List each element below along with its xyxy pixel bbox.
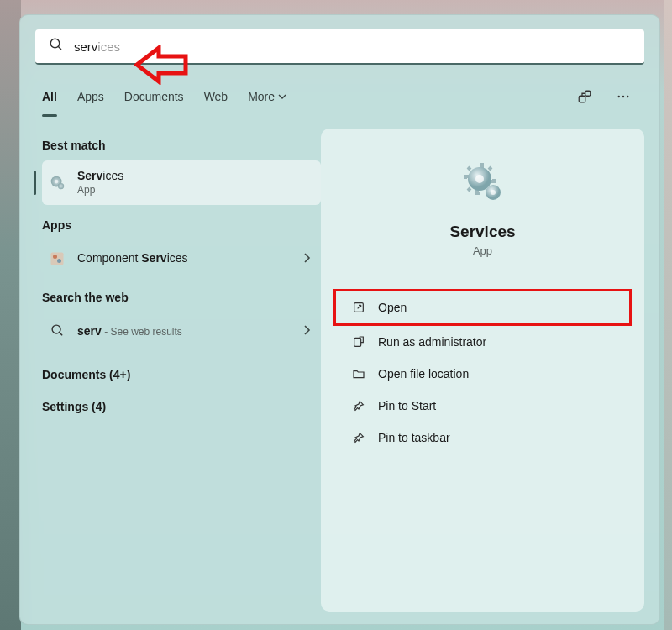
search-sources-icon[interactable] bbox=[570, 82, 599, 111]
action-label: Run as administrator bbox=[378, 335, 486, 349]
svg-point-13 bbox=[52, 325, 60, 333]
svg-point-9 bbox=[58, 183, 64, 189]
svg-rect-3 bbox=[585, 91, 591, 96]
filter-tabs: All Apps Documents Web More bbox=[42, 83, 638, 110]
more-options-icon[interactable] bbox=[609, 82, 638, 111]
section-search-web: Search the web bbox=[42, 291, 321, 304]
svg-point-0 bbox=[50, 39, 60, 48]
action-pin-taskbar[interactable]: Pin to taskbar bbox=[336, 422, 629, 454]
detail-actions: Open Run as administrator Open file loca… bbox=[336, 289, 629, 454]
gear-icon bbox=[47, 172, 67, 192]
detail-title: Services bbox=[449, 223, 515, 241]
result-web-search[interactable]: serv - See web results bbox=[42, 312, 321, 349]
action-run-admin[interactable]: Run as administrator bbox=[336, 326, 629, 358]
search-icon bbox=[47, 321, 67, 341]
result-services[interactable]: Services App bbox=[42, 160, 321, 205]
detail-card: Services App Open Run as administrator O… bbox=[321, 129, 644, 612]
tab-more-label: More bbox=[248, 90, 275, 103]
folder-icon bbox=[351, 366, 366, 381]
svg-line-1 bbox=[58, 46, 61, 50]
section-documents[interactable]: Documents (4+) bbox=[42, 368, 321, 381]
wallpaper-right bbox=[664, 0, 672, 630]
search-box[interactable]: services bbox=[35, 29, 644, 65]
detail-subtitle: App bbox=[473, 244, 492, 257]
gear-icon bbox=[459, 160, 507, 207]
svg-point-8 bbox=[55, 180, 59, 184]
result-text: Services App bbox=[77, 169, 311, 197]
action-label: Open file location bbox=[378, 367, 469, 381]
svg-rect-10 bbox=[51, 252, 64, 265]
result-text: Component Services bbox=[77, 251, 292, 266]
start-search-panel: services All Apps Documents Web More Bes… bbox=[19, 14, 660, 625]
wallpaper-left bbox=[0, 0, 21, 630]
tab-more[interactable]: More bbox=[248, 83, 286, 110]
tab-all[interactable]: All bbox=[42, 83, 57, 110]
chevron-right-icon bbox=[302, 323, 311, 339]
component-icon bbox=[47, 249, 67, 269]
tab-apps[interactable]: Apps bbox=[77, 83, 104, 110]
svg-point-18 bbox=[491, 190, 496, 195]
svg-point-12 bbox=[57, 259, 61, 263]
svg-point-11 bbox=[53, 255, 57, 259]
section-settings[interactable]: Settings (4) bbox=[42, 400, 321, 413]
svg-point-16 bbox=[475, 175, 484, 183]
action-label: Pin to Start bbox=[378, 399, 436, 412]
svg-rect-2 bbox=[579, 96, 585, 102]
chevron-down-icon bbox=[278, 92, 286, 101]
tab-documents[interactable]: Documents bbox=[124, 83, 184, 110]
shield-icon bbox=[351, 334, 366, 349]
svg-point-4 bbox=[618, 96, 620, 97]
result-text: serv - See web results bbox=[77, 323, 292, 339]
action-label: Pin to taskbar bbox=[378, 431, 450, 444]
search-icon bbox=[49, 37, 64, 55]
results-column: Best match Services App Apps Component S… bbox=[20, 125, 321, 625]
tab-web[interactable]: Web bbox=[204, 83, 228, 110]
action-file-location[interactable]: Open file location bbox=[336, 358, 629, 390]
svg-line-14 bbox=[59, 333, 62, 336]
chevron-right-icon bbox=[302, 251, 311, 266]
svg-rect-20 bbox=[354, 338, 361, 346]
pin-icon bbox=[351, 398, 366, 413]
detail-column: Services App Open Run as administrator O… bbox=[321, 129, 644, 612]
svg-point-5 bbox=[622, 96, 624, 97]
svg-point-6 bbox=[627, 96, 628, 97]
open-icon bbox=[351, 300, 366, 315]
result-component-services[interactable]: Component Services bbox=[42, 240, 321, 277]
action-open[interactable]: Open bbox=[333, 289, 632, 326]
section-apps: Apps bbox=[42, 218, 321, 232]
pin-icon bbox=[351, 430, 366, 445]
section-best-match: Best match bbox=[42, 139, 321, 152]
action-pin-start[interactable]: Pin to Start bbox=[336, 390, 629, 422]
action-label: Open bbox=[378, 301, 407, 314]
